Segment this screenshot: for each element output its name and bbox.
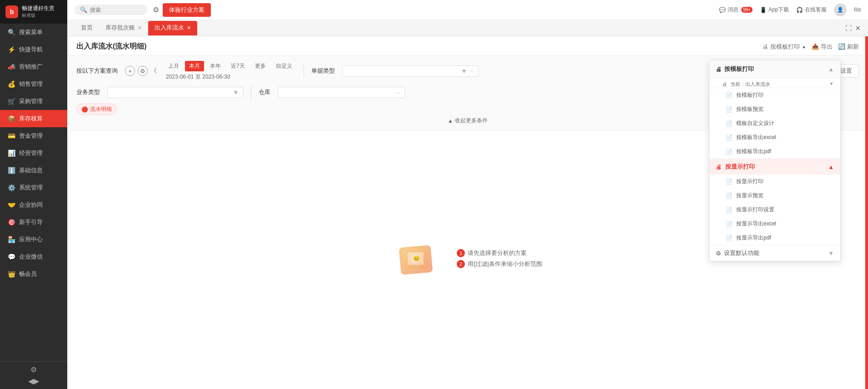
sidebar-item-系统管理[interactable]: ⚙️系统管理 — [0, 179, 67, 196]
sidebar-item-基础信息[interactable]: ℹ️基础信息 — [0, 162, 67, 179]
display-item-按显示导出pdf[interactable]: 📄按显示导出pdf — [709, 231, 840, 245]
dropdown-collapse-icon[interactable]: ▲ — [828, 66, 834, 73]
sidebar-item-经营管理[interactable]: 📊经营管理 — [0, 145, 67, 162]
date-tab-本月[interactable]: 本月 — [185, 61, 204, 71]
sidebar-item-快捷导航[interactable]: ⚡快捷导航 — [0, 41, 67, 58]
nav-label: 库存核算 — [19, 115, 43, 123]
tab-close-icon[interactable]: ✕ — [855, 25, 861, 32]
sidebar-item-新手引导[interactable]: 🎯新手引导 — [0, 214, 67, 231]
sidebar-item-企业协同[interactable]: 🤝企业协同 — [0, 196, 67, 214]
print-icon: 🖨 — [763, 43, 768, 50]
display-item-按显示预览[interactable]: 📄按显示预览 — [709, 189, 840, 203]
doc-type-more-icon[interactable]: ··· — [469, 68, 474, 74]
search-icon: 🔍 — [80, 6, 87, 13]
nav-icon: 💬 — [7, 253, 15, 260]
sidebar-bottom-collapse[interactable]: ◀▶ — [28, 377, 39, 385]
sidebar-item-库存核算[interactable]: 📦库存核算 — [0, 110, 67, 127]
dropdown-footer[interactable]: ⚙ 设置默认功能 ▼ — [709, 245, 840, 261]
date-tab-本年[interactable]: 本年 — [206, 61, 225, 71]
empty-hint-1: 1 请先选择要分析的方案 — [457, 249, 542, 257]
biz-type-select[interactable]: ▼ — [107, 87, 244, 98]
date-tab-上月[interactable]: 上月 — [164, 61, 183, 71]
message-btn[interactable]: 💬 消息 99+ — [719, 6, 753, 14]
nav-label: 新手引导 — [19, 218, 43, 226]
message-badge: 99+ — [741, 7, 753, 13]
sidebar-item-采购管理[interactable]: 🛒采购管理 — [0, 93, 67, 110]
tab-label: 出入库流水 — [155, 24, 184, 31]
sidebar-item-畅会员[interactable]: 👑畅会员 — [0, 265, 67, 283]
doc-type-select[interactable]: ▼ ··· — [342, 65, 479, 77]
nav-icon: 💳 — [7, 132, 15, 140]
tab-库存批次账[interactable]: 库存批次账✕ — [99, 21, 148, 35]
resize-handle[interactable] — [865, 36, 868, 389]
date-tab-更多[interactable]: 更多 — [251, 61, 270, 71]
search-input[interactable] — [90, 7, 135, 13]
message-icon: 💬 — [719, 7, 726, 13]
dropdown-template-section: 📄按模板打印📄按模板预览📄模板自定义设计📄按模板导出excel📄按模板导出pdf — [709, 88, 840, 159]
dropdown-title: 🖨 按模板打印 — [716, 65, 754, 73]
tab-close-btn[interactable]: ✕ — [187, 25, 191, 30]
sidebar-item-销售管理[interactable]: 💰销售管理 — [0, 75, 67, 93]
display-item-icon: 📄 — [726, 207, 733, 213]
industry-btn[interactable]: 体验行业方案 — [163, 3, 211, 17]
template-item-icon: 📄 — [726, 149, 733, 155]
template-item-按模板打印[interactable]: 📄按模板打印 — [709, 88, 840, 102]
template-item-模板自定义设计[interactable]: 📄模板自定义设计 — [709, 116, 840, 130]
nav-icon: 🔍 — [7, 29, 15, 36]
export-btn[interactable]: 📤 导出 — [812, 43, 833, 51]
nav-icon: ⚡ — [7, 46, 15, 53]
template-item-按模板导出pdf[interactable]: 📄按模板导出pdf — [709, 145, 840, 159]
template-item-按模板导出excel[interactable]: 📄按模板导出excel — [709, 130, 840, 145]
nav-label: 企业协同 — [19, 201, 43, 209]
display-section-arrow-icon: ▲ — [828, 164, 834, 170]
filter-tag-liushui[interactable]: 🔴 流水明细 — [76, 104, 117, 115]
display-item-icon: 📄 — [726, 235, 733, 241]
nav-label: 采购管理 — [19, 97, 43, 105]
app-download-btn[interactable]: 📱 App下载 — [760, 6, 789, 14]
display-item-按显示导出excel[interactable]: 📄按显示导出excel — [709, 217, 840, 231]
sidebar-bottom-gear[interactable]: ⚙ — [30, 365, 37, 374]
date-tab-近7天[interactable]: 近7天 — [227, 61, 249, 71]
sidebar-item-应用中心[interactable]: 🏪应用中心 — [0, 231, 67, 248]
display-item-icon: 📄 — [726, 193, 733, 199]
online-service-btn[interactable]: 🎧 在线客服 — [796, 6, 827, 14]
tab-maximize-icon[interactable]: ⛶ — [845, 25, 852, 32]
tab-出入库流水[interactable]: 出入库流水✕ — [148, 21, 197, 35]
biz-type-arrow-icon: ▼ — [233, 89, 239, 96]
topbar: 🔍 ⚙ 体验行业方案 💬 消息 99+ 📱 App下载 🎧 在线客服 👤 — [67, 0, 868, 20]
topbar-search-box[interactable]: 🔍 — [75, 5, 147, 15]
refresh-btn[interactable]: 🔄 刷新 — [838, 43, 859, 51]
sidebar-item-搜索菜单[interactable]: 🔍搜索菜单 — [0, 24, 67, 41]
display-item-按显示打印设置[interactable]: 📄按显示打印设置 — [709, 203, 840, 217]
tabs-bar: 首页库存批次账✕出入库流水✕ ⛶ ✕ — [67, 20, 868, 36]
tab-首页[interactable]: 首页 — [75, 21, 99, 35]
avatar-text: 👤 — [837, 7, 843, 13]
warehouse-select[interactable]: ··· — [278, 87, 405, 98]
app-name: 畅捷通好生意 — [22, 5, 55, 12]
nav-label: 基础信息 — [19, 166, 43, 175]
settings-gear-icon[interactable]: ⚙ — [153, 5, 159, 14]
display-item-按显示打印[interactable]: 📄按显示打印 — [709, 175, 840, 189]
date-filter: 上月本月本年近7天更多自定义 2023-06-01 至 2023-06-30 — [164, 61, 296, 81]
sidebar-item-企业微信[interactable]: 💬企业微信 — [0, 248, 67, 265]
template-item-按模板预览[interactable]: 📄按模板预览 — [709, 102, 840, 116]
nav-icon: ⚙️ — [7, 184, 15, 191]
filter-settings-btn[interactable]: ⚙ — [138, 66, 148, 76]
add-filter-btn[interactable]: + — [125, 66, 135, 76]
display-print-section-header[interactable]: 🖨 按显示打印 ▲ — [709, 159, 840, 175]
nav-label: 营销推广 — [19, 63, 43, 71]
nav-icon: 📦 — [7, 115, 15, 122]
sidebar-item-资金管理[interactable]: 💳资金管理 — [0, 127, 67, 145]
date-tab-自定义[interactable]: 自定义 — [272, 61, 296, 71]
nav-icon: 📣 — [7, 63, 15, 70]
current-icon: 🖨 — [722, 81, 727, 87]
warehouse-label: 仓库 — [259, 88, 270, 96]
sidebar-item-营销推广[interactable]: 📣营销推广 — [0, 58, 67, 75]
empty-illustration: 😐 — [393, 237, 439, 283]
empty-hint-2: 2 用[过滤]条件来缩小分析范围 — [457, 260, 542, 268]
tab-close-btn[interactable]: ✕ — [138, 25, 142, 30]
user-avatar[interactable]: 👤 — [834, 4, 847, 16]
print-btn[interactable]: 🖨 按模板打印 ▲ — [763, 43, 806, 51]
nav-icon: 🛒 — [7, 98, 15, 105]
filter-collapse-btn[interactable]: 《 — [150, 67, 157, 75]
